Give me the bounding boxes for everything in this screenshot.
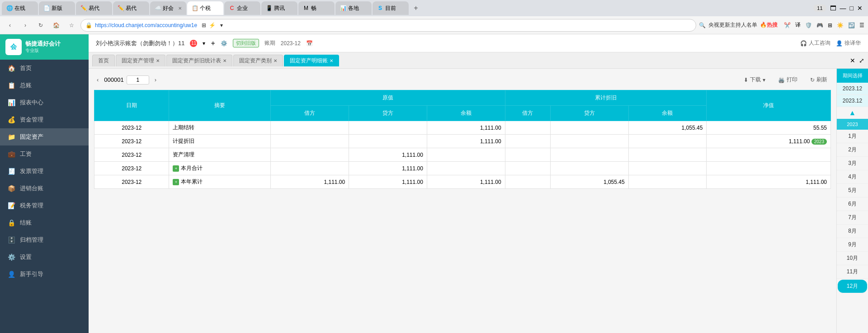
period-selected-top[interactable]: 2023.12 bbox=[837, 83, 868, 95]
period-month-6[interactable]: 6月 bbox=[837, 197, 868, 211]
maximize-icon[interactable]: □ bbox=[850, 5, 854, 12]
sidebar-menu: 🏠 首页 📋 总账 📊 报表中心 💰 资金管理 📁 固定资产 💼 工资 bbox=[0, 60, 89, 333]
game-icon[interactable]: 🎮 bbox=[816, 22, 823, 28]
period-selected-bottom[interactable]: 2023.12 bbox=[837, 95, 868, 107]
tab-yidai1[interactable]: ✏️ 易代 bbox=[76, 1, 112, 15]
refresh-button[interactable]: ↻ 刷新 bbox=[807, 74, 831, 85]
tab-asset-detail-close[interactable]: ✕ bbox=[330, 58, 333, 63]
sidebar-item-fixed-assets[interactable]: 📁 固定资产 bbox=[0, 128, 89, 145]
tab-close-haohao[interactable]: ✕ bbox=[178, 6, 182, 11]
tab-chang[interactable]: M 畅 bbox=[298, 1, 335, 15]
reload-button[interactable]: ↻ bbox=[34, 19, 47, 32]
page-nav: ‹ 000001 › bbox=[94, 75, 159, 84]
switch-version-button[interactable]: 切到旧版 bbox=[233, 39, 259, 47]
sidebar-item-invoice[interactable]: 🧾 发票管理 bbox=[0, 163, 89, 180]
tab-yidai2[interactable]: ✏️ 易代 bbox=[113, 1, 149, 15]
tab-fixed-asset-mgmt-close[interactable]: ✕ bbox=[156, 58, 160, 63]
page-number-input[interactable] bbox=[127, 75, 149, 84]
fixed-assets-icon: 📁 bbox=[7, 133, 15, 141]
sidebar-item-tax[interactable]: 📝 税务管理 bbox=[0, 197, 89, 214]
calendar-icon[interactable]: 📅 bbox=[306, 40, 313, 47]
period-month-7[interactable]: 7月 bbox=[837, 211, 868, 225]
col-accum-debit: 借方 bbox=[505, 106, 550, 121]
print-button[interactable]: 🖨️ 打印 bbox=[774, 74, 801, 85]
tab-asset-category[interactable]: 固定资产类别 ✕ bbox=[233, 55, 283, 66]
prev-page-button[interactable]: ‹ bbox=[94, 75, 101, 84]
sidebar-item-funds[interactable]: 💰 资金管理 bbox=[0, 111, 89, 128]
tab-depreciation-stats[interactable]: 固定资产折旧统计表 ✕ bbox=[166, 55, 232, 66]
period-month-12[interactable]: 12月 bbox=[838, 280, 867, 293]
shield-icon[interactable]: 🛡️ bbox=[805, 22, 812, 28]
period-scroll-up[interactable]: ▲ bbox=[837, 107, 868, 119]
back-button[interactable]: ‹ bbox=[4, 19, 16, 32]
period-month-1[interactable]: 1月 bbox=[837, 130, 868, 143]
tab-asset-category-close[interactable]: ✕ bbox=[274, 58, 277, 63]
next-page-button[interactable]: › bbox=[152, 75, 159, 84]
forward-button[interactable]: › bbox=[19, 19, 32, 32]
tab-home[interactable]: 首页 bbox=[92, 55, 115, 66]
col-date: 日期 bbox=[94, 90, 169, 121]
user-avatar[interactable]: 👤 徐译华 bbox=[836, 39, 861, 47]
download-button[interactable]: ⬇ 下载 ▾ bbox=[740, 74, 769, 85]
expand-tab-icon[interactable]: ⤢ bbox=[859, 57, 864, 64]
period-month-8[interactable]: 8月 bbox=[837, 225, 868, 238]
period-month-11[interactable]: 11月 bbox=[837, 265, 868, 279]
page-tabs: 首页 固定资产管理 ✕ 固定资产折旧统计表 ✕ 固定资产类别 ✕ 固定资产明细账… bbox=[89, 52, 868, 69]
period-month-5[interactable]: 5月 bbox=[837, 184, 868, 197]
translate-icon[interactable]: 译 bbox=[795, 21, 801, 29]
period-panel-title: 期间选择 bbox=[837, 69, 868, 83]
row4-accum-credit bbox=[550, 162, 628, 175]
period-month-2[interactable]: 2月 bbox=[837, 143, 868, 157]
bookmark-button[interactable]: ☆ bbox=[65, 19, 78, 32]
period-month-4[interactable]: 4月 bbox=[837, 170, 868, 184]
sun-icon[interactable]: ☀️ bbox=[837, 22, 844, 28]
scissors-icon[interactable]: ✂️ bbox=[784, 22, 791, 28]
tab-qiye[interactable]: C 企业 bbox=[224, 1, 260, 15]
table-row: 2023-12 + 本月合计 1,111.00 bbox=[94, 162, 831, 175]
tab-depreciation-stats-close[interactable]: ✕ bbox=[223, 58, 226, 63]
sidebar-item-salary[interactable]: 💼 工资 bbox=[0, 145, 89, 163]
tab-fixed-asset-mgmt[interactable]: 固定资产管理 ✕ bbox=[116, 55, 165, 66]
sidebar-item-purchase-sales[interactable]: 📦 进销台账 bbox=[0, 180, 89, 197]
tab-zaixian[interactable]: 🌐 在线 bbox=[2, 1, 38, 15]
add-account-button[interactable]: + bbox=[211, 39, 215, 47]
period-month-10[interactable]: 10月 bbox=[837, 252, 868, 265]
sidebar-item-archive[interactable]: 🗄️ 归档管理 bbox=[0, 231, 89, 249]
customer-service-button[interactable]: 🎧 人工咨询 bbox=[800, 39, 830, 47]
history-icon[interactable]: ↩️ bbox=[848, 22, 855, 28]
sidebar-item-closing[interactable]: 🔒 结账 bbox=[0, 214, 89, 231]
close-tab-icon[interactable]: ✕ bbox=[850, 57, 855, 64]
sidebar-item-general-ledger[interactable]: 📋 总账 bbox=[0, 77, 89, 94]
home-button[interactable]: 🏠 bbox=[50, 19, 62, 32]
period-month-3[interactable]: 3月 bbox=[837, 157, 868, 170]
minimize-icon[interactable]: — bbox=[840, 5, 846, 12]
address-bar[interactable]: 🔒 https://cloud.chanjet.com/accounting/u… bbox=[80, 19, 696, 32]
tab-xin[interactable]: 📄 新版 bbox=[39, 1, 75, 15]
tab-asset-detail[interactable]: 固定资产明细账 ✕ bbox=[284, 55, 339, 66]
tab-icon-geshui: 📋 bbox=[192, 5, 198, 11]
sidebar-item-home[interactable]: 🏠 首页 bbox=[0, 60, 89, 77]
company-name[interactable]: 刘小艳演示账套（勿删勿动！）11 bbox=[96, 39, 184, 47]
grid-icon[interactable]: ⊞ bbox=[828, 22, 832, 28]
sidebar-item-settings[interactable]: ⚙️ 设置 bbox=[0, 249, 89, 266]
row2-accum-credit bbox=[550, 135, 628, 148]
tab-geshui[interactable]: 📋 个税 bbox=[187, 1, 223, 15]
period-month-9[interactable]: 9月 bbox=[837, 238, 868, 252]
download-dropdown-icon[interactable]: ▾ bbox=[763, 77, 765, 83]
dropdown-arrow[interactable]: ▾ bbox=[203, 40, 205, 47]
close-window-icon[interactable]: ✕ bbox=[857, 5, 863, 12]
sidebar-item-guide[interactable]: 👤 新手引导 bbox=[0, 266, 89, 283]
notification-badge[interactable]: 11 bbox=[813, 5, 826, 12]
sidebar-item-reports[interactable]: 📊 报表中心 bbox=[0, 94, 89, 111]
tab-gedi[interactable]: 📊 各地 bbox=[335, 1, 372, 15]
tab-label-haohao: 好会 bbox=[163, 5, 174, 12]
new-tab-button[interactable]: + bbox=[410, 2, 422, 14]
tab-simao[interactable]: S 目前 bbox=[373, 1, 409, 15]
dropdown-icon[interactable]: ▾ bbox=[220, 22, 223, 28]
restore-icon[interactable]: 🗖 bbox=[830, 5, 836, 12]
sidebar-label-invoice: 发票管理 bbox=[20, 167, 43, 175]
tab-tengxun[interactable]: 📱 腾讯 bbox=[261, 1, 297, 15]
tab-haohao[interactable]: ☁️ 好会 ✕ bbox=[150, 1, 186, 15]
settings-gear-icon[interactable]: ⚙️ bbox=[221, 40, 227, 47]
menu-icon[interactable]: ☰ bbox=[859, 22, 864, 28]
